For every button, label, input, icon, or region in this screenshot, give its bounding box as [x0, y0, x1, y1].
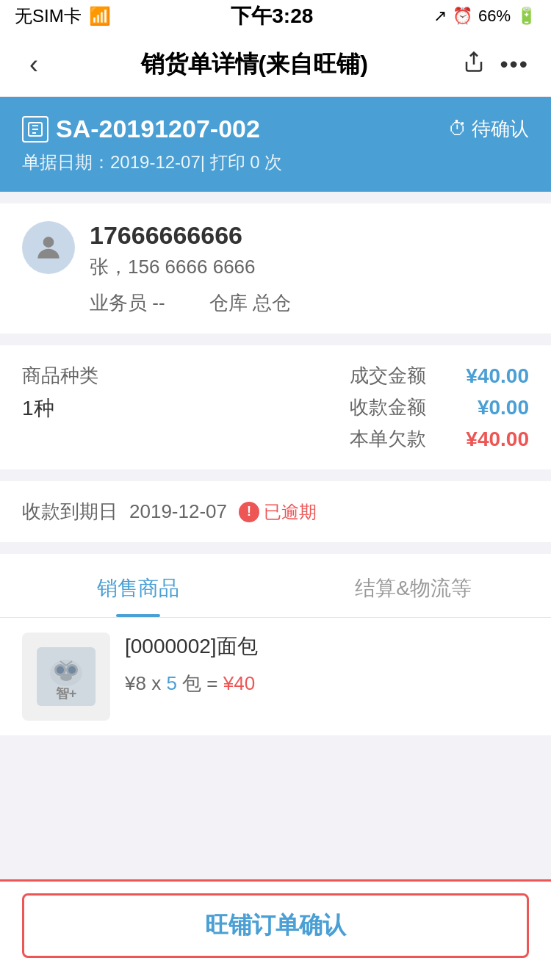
due-section: 收款到期日 2019-12-07 ! 已逾期: [0, 481, 551, 542]
alarm-icon: ⏰: [453, 7, 472, 26]
bottom-spacer: [0, 735, 551, 838]
product-type-value: 1种: [22, 394, 98, 422]
customer-meta: 业务员 -- 仓库 总仓: [90, 290, 529, 316]
status-time: 下午3:28: [231, 2, 313, 30]
status-left: 无SIM卡 📶: [15, 4, 111, 28]
nav-bar: ‹ 销货单详情(来自旺铺) •••: [0, 32, 551, 97]
wifi-icon: 📶: [89, 6, 111, 26]
customer-name: 张，156 6666 6666: [90, 254, 529, 280]
owed-label: 本单欠款: [350, 426, 426, 452]
clock-icon: ⏱: [448, 118, 467, 140]
customer-card: 17666666666 张，156 6666 6666 业务员 -- 仓库 总仓: [0, 203, 551, 334]
order-header: SA-20191207-002 ⏱ 待确认 单据日期：2019-12-07| 打…: [0, 97, 551, 192]
overdue-icon: !: [239, 502, 259, 522]
status-right: ↗ ⏰ 66% 🔋: [433, 7, 536, 26]
received-row: 收款金额 ¥0.00: [350, 394, 529, 420]
svg-point-1: [43, 237, 54, 248]
product-qty: 5: [166, 672, 176, 694]
product-item: 智+ [0000002]面包 ¥8 x 5 包 = ¥40: [22, 633, 529, 721]
amount-label: 成交金额: [350, 363, 426, 389]
overdue-badge: ! 已逾期: [239, 500, 317, 524]
more-button[interactable]: •••: [500, 51, 529, 78]
due-date-value: 2019-12-07: [129, 500, 227, 523]
tab-settlement[interactable]: 结算&物流等: [276, 554, 551, 617]
svg-point-7: [60, 674, 72, 681]
received-label: 收款金额: [350, 394, 426, 420]
order-id: SA-20191207-002: [22, 115, 260, 143]
nav-actions: •••: [463, 51, 529, 78]
customer-section: 17666666666 张，156 6666 6666 业务员 -- 仓库 总仓: [22, 221, 529, 316]
customer-avatar: [22, 221, 75, 274]
tabs-section: 销售商品 结算&物流等 智+: [0, 554, 551, 735]
back-button[interactable]: ‹: [22, 42, 46, 87]
page-title: 销货单详情(来自旺铺): [46, 48, 463, 81]
tabs-header: 销售商品 结算&物流等: [0, 554, 551, 618]
battery-icon: 🔋: [516, 7, 536, 26]
product-thumbnail: 智+: [22, 633, 110, 721]
product-list: 智+ [0000002]面包 ¥8 x 5 包 = ¥40: [0, 618, 551, 735]
product-details: [0000002]面包 ¥8 x 5 包 = ¥40: [125, 633, 529, 696]
product-price: ¥8 x 5 包 = ¥40: [125, 671, 529, 696]
order-header-top: SA-20191207-002 ⏱ 待确认: [22, 115, 529, 143]
bottom-bar: 旺铺订单确认: [0, 879, 551, 980]
status-bar: 无SIM卡 📶 下午3:28 ↗ ⏰ 66% 🔋: [0, 0, 551, 32]
product-type-label: 商品种类: [22, 363, 98, 389]
svg-point-5: [57, 666, 64, 674]
summary-section: 商品种类 1种 成交金额 ¥40.00 收款金额 ¥0.00 本单欠款 ¥40.…: [0, 345, 551, 469]
product-thumb-inner: 智+: [37, 647, 96, 706]
owed-value: ¥40.00: [441, 428, 529, 451]
customer-info: 17666666666 张，156 6666 6666 业务员 -- 仓库 总仓: [90, 221, 529, 316]
summary-right: 成交金额 ¥40.00 收款金额 ¥0.00 本单欠款 ¥40.00: [350, 363, 529, 452]
amount-value: ¥40.00: [441, 364, 529, 388]
svg-point-6: [68, 666, 76, 674]
amount-row: 成交金额 ¥40.00: [350, 363, 529, 389]
owed-row: 本单欠款 ¥40.00: [350, 426, 529, 452]
svg-point-2: [50, 660, 82, 686]
order-date: 单据日期：2019-12-07| 打印 0 次: [22, 151, 529, 174]
product-name: [0000002]面包: [125, 633, 529, 660]
battery-label: 66%: [478, 7, 511, 26]
due-date-label: 收款到期日: [22, 499, 118, 525]
location-icon: ↗: [433, 7, 447, 26]
share-button[interactable]: [463, 51, 485, 78]
carrier-label: 无SIM卡: [15, 4, 82, 28]
confirm-button[interactable]: 旺铺订单确认: [22, 893, 529, 958]
customer-phone: 17666666666: [90, 221, 529, 250]
order-status: ⏱ 待确认: [448, 116, 529, 142]
sales-label: 业务员 --: [90, 290, 165, 316]
summary-left: 商品种类 1种: [22, 363, 98, 422]
warehouse-label: 仓库 总仓: [209, 290, 291, 316]
product-total: ¥40: [223, 672, 255, 694]
tab-products[interactable]: 销售商品: [0, 554, 276, 617]
received-value: ¥0.00: [441, 396, 529, 419]
order-icon: [22, 116, 48, 143]
overdue-label: 已逾期: [264, 500, 317, 524]
